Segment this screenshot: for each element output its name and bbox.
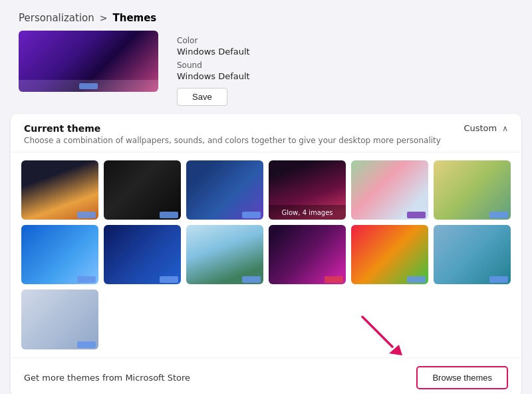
breadcrumb-parent[interactable]: Personalization <box>19 12 94 24</box>
sound-row: Sound Windows Default <box>177 61 250 81</box>
card-footer: Get more themes from Microsoft Store Bro… <box>11 357 521 394</box>
preview-taskbar <box>19 80 158 92</box>
theme-taskbar-preview <box>160 212 178 218</box>
breadcrumb-header: Personalization > Themes <box>0 0 532 31</box>
theme-item[interactable] <box>434 160 511 220</box>
theme-taskbar-preview <box>242 212 261 218</box>
theme-taskbar-preview <box>407 212 426 218</box>
current-theme-label: Custom <box>464 123 497 133</box>
card-title-area: Current theme Choose a combination of wa… <box>24 123 441 145</box>
theme-item[interactable] <box>351 160 428 220</box>
theme-item[interactable] <box>186 225 263 284</box>
preview-section: Color Windows Default Sound Windows Defa… <box>0 31 532 114</box>
breadcrumb-current: Themes <box>112 12 156 24</box>
theme-taskbar-preview <box>77 276 96 283</box>
theme-item[interactable] <box>21 290 98 349</box>
theme-overlay-text: Glow, 4 images <box>281 209 332 216</box>
breadcrumb-separator: > <box>100 13 108 23</box>
theme-taskbar-preview <box>325 276 343 283</box>
card-header: Current theme Choose a combination of wa… <box>11 114 521 152</box>
themes-card: Current theme Choose a combination of wa… <box>11 114 521 394</box>
theme-taskbar-preview <box>77 341 96 348</box>
theme-taskbar-preview <box>242 276 261 283</box>
save-container: Save <box>177 88 250 106</box>
theme-overlay: Glow, 4 images <box>269 205 346 220</box>
save-button[interactable]: Save <box>177 88 227 106</box>
preview-start-button <box>79 83 98 89</box>
theme-item[interactable] <box>21 225 98 284</box>
theme-item[interactable] <box>104 225 181 284</box>
color-label: Color <box>177 36 250 45</box>
page: Personalization > Themes Color Windows D… <box>0 0 532 394</box>
theme-item-glow[interactable]: Glow, 4 images <box>269 160 346 220</box>
theme-item[interactable] <box>186 160 263 220</box>
card-title: Current theme <box>24 123 441 134</box>
theme-taskbar-preview <box>77 212 96 218</box>
theme-item[interactable] <box>351 225 428 284</box>
desktop-preview <box>19 31 158 92</box>
theme-item[interactable] <box>21 160 98 220</box>
browse-themes-button[interactable]: Browse themes <box>416 366 508 389</box>
theme-taskbar-preview <box>407 276 426 283</box>
color-row: Color Windows Default <box>177 36 250 57</box>
theme-taskbar-preview <box>160 276 178 283</box>
card-header-right[interactable]: Custom ∧ <box>464 123 508 133</box>
theme-item[interactable] <box>104 160 181 220</box>
theme-item[interactable] <box>269 225 346 284</box>
preview-info: Color Windows Default Sound Windows Defa… <box>177 31 250 106</box>
sound-label: Sound <box>177 61 250 70</box>
footer-store-text: Get more themes from Microsoft Store <box>24 373 190 383</box>
sound-value: Windows Default <box>177 71 250 81</box>
theme-taskbar-preview <box>489 212 508 218</box>
card-subtitle: Choose a combination of wallpapers, soun… <box>24 136 441 145</box>
color-value: Windows Default <box>177 47 250 57</box>
chevron-up-icon[interactable]: ∧ <box>502 124 508 133</box>
theme-item[interactable] <box>434 225 511 284</box>
themes-grid: Glow, 4 images <box>11 152 521 357</box>
theme-taskbar-preview <box>489 276 508 283</box>
